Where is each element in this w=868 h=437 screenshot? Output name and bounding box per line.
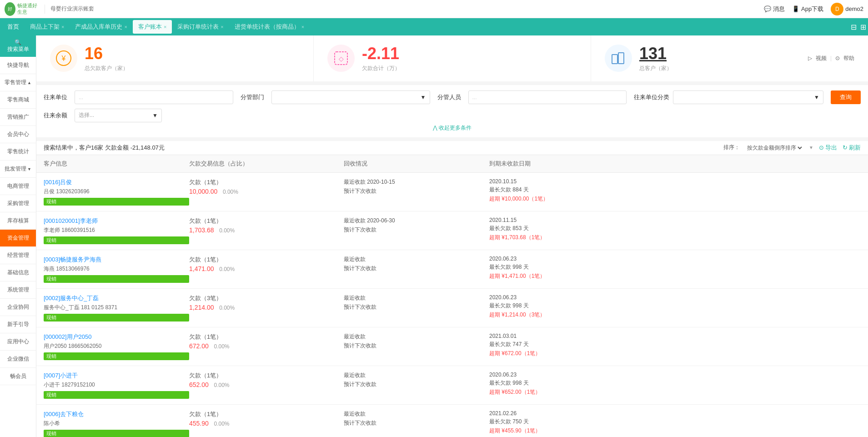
- video-label[interactable]: 视频: [816, 55, 827, 62]
- sidebar-item-marketing[interactable]: 营销推广: [0, 109, 36, 126]
- message-btn[interactable]: 💬 消息: [764, 5, 785, 13]
- customer-name-link[interactable]: [000002]用户2050: [44, 333, 189, 341]
- overdue-info-4: 2021.03.01 最长欠款 747 天 超期 ¥672.00（1笔）: [489, 333, 861, 357]
- debt-info-4: 欠款（1笔） 672.00 0.00%: [189, 333, 344, 350]
- overdue-link-6[interactable]: 超期 ¥455.90（1笔）: [489, 427, 861, 435]
- overdue-link-3[interactable]: 超期 ¥1,214.00（3笔）: [489, 311, 861, 319]
- next-collect-3: 预计下次收款: [344, 303, 489, 311]
- sidebar-item-retail-mall[interactable]: 零售商城: [0, 91, 36, 109]
- sidebar-item-label: 零售商城: [2, 96, 34, 104]
- filter-select-dept[interactable]: ▼: [271, 90, 430, 104]
- due-date-3: 2020.06.23: [489, 294, 861, 301]
- close-icon[interactable]: ×: [124, 24, 127, 30]
- customer-name-link[interactable]: [0007]小进干: [44, 372, 189, 380]
- next-collect-1: 预计下次收款: [344, 226, 489, 234]
- sidebar-item-enterprise-wechat[interactable]: 企业微信: [0, 351, 36, 368]
- user-menu[interactable]: D demo2: [831, 3, 863, 15]
- tab-inbound-stats[interactable]: 进货单统计表（按商品） ×: [229, 20, 310, 34]
- tab-home[interactable]: 首页: [2, 20, 25, 34]
- sidebar-item-inventory[interactable]: 库存核算: [0, 212, 36, 230]
- tab-produce-history[interactable]: 产成品入库单历史 ×: [70, 20, 132, 34]
- overdue-link-1[interactable]: 超期 ¥1,703.68（1笔）: [489, 234, 861, 241]
- sidebar-item-search[interactable]: 🔍 搜索菜单: [0, 35, 36, 57]
- sidebar-item-finance[interactable]: 资金管理: [0, 230, 36, 247]
- close-icon[interactable]: ×: [61, 24, 64, 30]
- refresh-button[interactable]: ↻ 刷新: [843, 144, 861, 152]
- top-bar: 好 畅捷通好生意 母婴行业演示账套 💬 消息 📱 App下载 D demo2: [0, 0, 868, 18]
- sidebar-item-label: 库存核算: [2, 217, 34, 225]
- overdue-days-6: 最长欠款 750 天: [489, 418, 861, 426]
- stat-info-debt: 16 总欠款客户（家）: [85, 45, 128, 72]
- maximize-icon[interactable]: ⊞: [860, 23, 866, 31]
- result-actions: 排序： 按欠款金额倒序排序 ▼ ⊙ 导出 ↻ 刷新: [723, 144, 861, 152]
- overdue-link-4[interactable]: 超期 ¥672.00（1笔）: [489, 350, 861, 357]
- customer-name-link[interactable]: [0016]吕俊: [44, 178, 189, 186]
- tab-products-off[interactable]: 商品上下架 ×: [25, 20, 70, 34]
- customer-name-link[interactable]: [0006]去下粮仓: [44, 410, 189, 418]
- export-icon: ⊙: [819, 144, 824, 151]
- recovery-info-0: 最近收款 2020-10-15 预计下次收款: [344, 178, 489, 195]
- sidebar-item-operation[interactable]: 经营管理: [0, 247, 36, 264]
- overdue-link-5[interactable]: 超期 ¥652.00（1笔）: [489, 388, 861, 396]
- customer-name-link[interactable]: [0002]服务中心_丁磊: [44, 294, 189, 302]
- filter-往来单位: 往来单位 ...: [44, 90, 233, 104]
- filter-label-person: 分管人员: [437, 93, 465, 101]
- sidebar-item-label: 畅会员: [2, 372, 34, 380]
- sidebar-item-newbie[interactable]: 新手引导: [0, 316, 36, 333]
- sidebar-item-member-center[interactable]: 会员中心: [0, 126, 36, 143]
- restore-icon[interactable]: ⊟: [851, 23, 857, 31]
- tab-customer-account-label: 客户账本: [138, 23, 162, 31]
- debt-total-label: 欠款合计（万）: [362, 65, 400, 72]
- customer-info-6: [0006]去下粮仓 陈小希 现销: [44, 410, 189, 437]
- overdue-link-2[interactable]: 超期 ¥1,471.00（1笔）: [489, 272, 861, 280]
- app-download-btn[interactable]: 📱 App下载: [792, 5, 823, 13]
- nav-end-controls: ⊟ ⊞: [851, 23, 866, 31]
- nav-tabs: 首页 商品上下架 × 产成品入库单历史 × 客户账本 × 采购订单统计表 × 进…: [0, 18, 868, 35]
- debt-percent-3: 0.00%: [219, 305, 235, 311]
- customer-name-link[interactable]: [0001020001]李老师: [44, 217, 189, 225]
- help-label[interactable]: 帮助: [843, 55, 854, 62]
- collapse-filter-btn[interactable]: ⋀ 收起更多条件: [44, 122, 861, 134]
- tab-purchase-order[interactable]: 采购订单统计表 ×: [172, 20, 229, 34]
- sidebar-item-system[interactable]: 系统管理: [0, 281, 36, 299]
- sort-select[interactable]: 按欠款金额倒序排序: [745, 144, 803, 151]
- total-customers-value: 131: [639, 45, 672, 63]
- close-icon[interactable]: ×: [301, 24, 304, 30]
- sidebar-item-basic-info[interactable]: 基础信息: [0, 264, 36, 281]
- tab-products-off-label: 商品上下架: [30, 23, 60, 31]
- filter-input-supplier[interactable]: ...: [75, 90, 233, 104]
- overdue-days-5: 最长欠款 998 天: [489, 379, 861, 387]
- debt-customers-icon: ¥: [50, 45, 77, 72]
- sidebar-item-quick-nav[interactable]: 快捷导航: [0, 57, 36, 74]
- customer-name-link[interactable]: [0003]畅捷服务尹海燕: [44, 256, 189, 264]
- sidebar-item-member[interactable]: 畅会员: [0, 368, 36, 385]
- stat-card-debt-customers: ¥ 16 总欠款客户（家）: [36, 35, 314, 81]
- debt-percent-6: 0.00%: [214, 421, 229, 427]
- customer-info-3: [0002]服务中心_丁磊 服务中心_丁磊 181 0125 8371 现销: [44, 294, 189, 321]
- debt-percent-4: 0.00%: [214, 343, 229, 350]
- query-button[interactable]: 查询: [831, 90, 861, 104]
- sidebar-item-label: 会员中心: [2, 131, 34, 138]
- sidebar-item-collaboration[interactable]: 企业协同: [0, 299, 36, 316]
- close-icon[interactable]: ×: [221, 24, 223, 30]
- overdue-link-0[interactable]: 超期 ¥10,000.00（1笔）: [489, 195, 861, 203]
- sidebar-item-app-center[interactable]: 应用中心: [0, 333, 36, 351]
- export-button[interactable]: ⊙ 导出: [819, 144, 837, 152]
- filter-input-person[interactable]: ...: [468, 90, 627, 104]
- filter-分管人员: 分管人员 ...: [437, 90, 627, 104]
- customer-tag-2: 现销: [44, 275, 189, 283]
- filter-select-balance[interactable]: 选择... ▼: [75, 109, 162, 122]
- sidebar-item-wholesale[interactable]: 批发管理 ▼: [0, 161, 36, 178]
- close-icon[interactable]: ×: [164, 24, 166, 30]
- sidebar-item-purchase[interactable]: 采购管理: [0, 195, 36, 212]
- sidebar-item-label: 新手引导: [2, 321, 34, 328]
- filter-select-category[interactable]: ▼: [673, 90, 823, 104]
- username: demo2: [845, 5, 863, 12]
- sidebar-item-retail-mgmt[interactable]: 零售管理 ▲: [0, 74, 36, 91]
- sidebar-item-ecommerce[interactable]: 电商管理: [0, 178, 36, 195]
- sidebar-item-retail-stats[interactable]: 零售统计: [0, 143, 36, 161]
- tab-customer-account[interactable]: 客户账本 ×: [133, 20, 172, 34]
- company-selector[interactable]: 母婴行业演示账套: [49, 5, 121, 13]
- recovery-info-2: 最近收款 预计下次收款: [344, 256, 489, 272]
- sidebar-item-label: 营销推广: [2, 113, 34, 121]
